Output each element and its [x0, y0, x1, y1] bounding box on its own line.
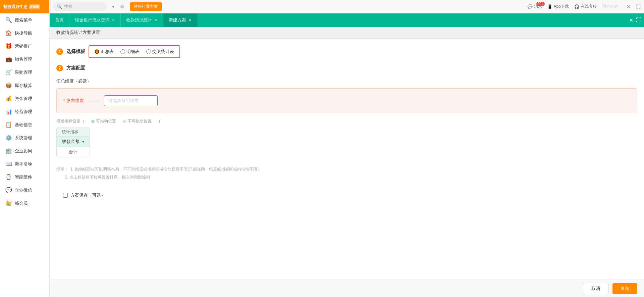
tab-close-all-icon[interactable]: ✕: [629, 17, 633, 23]
tab-fullscreen-icon[interactable]: ⛶: [636, 17, 641, 23]
topbar-expand-icon[interactable]: ⛶: [636, 4, 641, 9]
radio-summary-input[interactable]: [95, 49, 99, 54]
radio-detail-input[interactable]: [120, 49, 125, 54]
tab-new-plan[interactable]: 新建方案 ✕: [163, 13, 197, 27]
non-draggable-indicator: 不可拖动位置: [123, 118, 152, 124]
tips-area: 提示： 1. 拖动标题栏可以调整布局，不可跨维度或指标区域拖动栏目字段(只能在同…: [56, 165, 637, 181]
sidebar-item-label: 企业协同: [15, 148, 32, 154]
metrics-dropdown-icon[interactable]: ▾: [82, 139, 84, 144]
metrics-label-row: 模板指标设定（ 可拖动位置 不可拖动位置 ）: [56, 118, 637, 124]
main-area: 🔍 搜索 ▾ ⚙ 体验行业方案 💬 消息 99+ 📱 App下载 🎧 在线客服 …: [50, 0, 644, 297]
topbar-right: 💬 消息 99+ 📱 App下载 🎧 在线客服 用户名称 ✕ ⛶: [528, 3, 641, 10]
tab-collection-stats-close-icon[interactable]: ✕: [154, 18, 158, 22]
search-placeholder: 搜索: [64, 4, 72, 9]
cancel-button[interactable]: 取消: [583, 283, 608, 294]
page-title: 收款情况统计方案设置: [56, 30, 100, 35]
operations-icon: 📊: [5, 108, 12, 115]
messages-icon-item[interactable]: 💬 消息 99+: [528, 4, 542, 9]
tab-collection-stats-label: 收款情况统计: [126, 17, 152, 23]
footer-save: 方案保存（可选）: [56, 188, 637, 202]
tab-collection-stats[interactable]: 收款情况统计 ✕: [121, 13, 163, 27]
app-logo: 畅捷通好生意 标准版: [0, 0, 49, 13]
message-icon: 💬: [528, 4, 533, 9]
topbar-close-icon[interactable]: ✕: [626, 3, 631, 10]
tab-bank-flow-label: 现金银行流水查询: [75, 17, 110, 23]
sidebar-item-label: 新手引导: [15, 161, 32, 167]
section-template: 1 选择模板 汇总表 明细表 交叉统计表: [56, 45, 637, 58]
topbar-gear-icon[interactable]: ⚙: [120, 3, 124, 10]
download-icon: 📱: [547, 4, 552, 9]
topbar-search-box[interactable]: 🔍 搜索: [53, 2, 107, 11]
tab-home[interactable]: 首页: [50, 13, 69, 27]
dimension-row: * 纵向维度 —— 请选择分组维度: [63, 95, 630, 106]
search-icon: 🔍: [57, 4, 62, 9]
tab-home-label: 首页: [55, 17, 64, 23]
sidebar-item-label: 采购管理: [15, 69, 32, 76]
tip-item-2: 2. 点击标题栏下拉可设置排序、插入列和删除列: [56, 173, 637, 181]
tab-bank-flow-close-icon[interactable]: ✕: [112, 18, 115, 22]
online-support-item[interactable]: 🎧 在线客服: [574, 4, 597, 9]
tab-bank-flow[interactable]: 现金银行流水查询 ✕: [69, 13, 121, 27]
dimension-input[interactable]: 请选择分组维度: [104, 95, 158, 106]
topbar-dropdown-icon[interactable]: ▾: [112, 4, 114, 9]
metrics-table: 统计指标 收款金额 ▾ 合计: [56, 128, 90, 157]
hardware-icon: ⌚: [5, 174, 12, 180]
sidebar-item-search-menu[interactable]: 🔍 搜索菜单: [0, 13, 49, 27]
sidebar-item-finance[interactable]: 💰 资金管理: [0, 92, 49, 105]
sidebar-item-marketing[interactable]: 🎁 营销推广: [0, 40, 49, 53]
tip-item-1: 提示： 1. 拖动标题栏可以调整布局，不可跨维度或指标区域拖动栏目字段(只能在同…: [56, 165, 637, 173]
section1-num: 1: [56, 48, 63, 55]
radio-crosstab-table[interactable]: 交叉统计表: [146, 49, 174, 55]
sidebar-item-basic-info[interactable]: 📋 基础信息: [0, 118, 49, 131]
sidebar: 畅捷通好生意 标准版 🔍 搜索菜单 🏠 快捷导航 🎁 营销推广 💼 销售管理 🛒…: [0, 0, 50, 297]
metrics-section: 模板指标设定（ 可拖动位置 不可拖动位置 ） 统计指标: [56, 118, 637, 158]
sidebar-item-system[interactable]: ⚙️ 系统管理: [0, 131, 49, 144]
sidebar-item-label: 系统管理: [15, 135, 32, 141]
online-support-label: 在线客服: [581, 4, 597, 9]
search-icon: 🔍: [5, 17, 12, 23]
sidebar-item-operations[interactable]: 📊 经营管理: [0, 105, 49, 118]
draggable-dot: [91, 120, 95, 123]
summary-dimension-title: 汇总维度（必选）: [56, 78, 637, 84]
tab-new-plan-label: 新建方案: [169, 17, 186, 23]
sidebar-item-quick-nav[interactable]: 🏠 快捷导航: [0, 27, 49, 40]
sidebar-item-label: 畅会员: [15, 200, 28, 206]
vip-icon: 👑: [5, 200, 12, 206]
draggable-indicator: 可拖动位置: [91, 118, 116, 124]
sidebar-item-vip[interactable]: 👑 畅会员: [0, 197, 49, 210]
sidebar-item-label: 快捷导航: [15, 30, 32, 36]
radio-detail-table[interactable]: 明细表: [120, 49, 140, 55]
draggable-label: 可拖动位置: [96, 118, 116, 124]
section2-num: 2: [56, 65, 63, 71]
dimension-box: * 纵向维度 —— 请选择分组维度: [56, 88, 637, 113]
sidebar-item-label: 搜索菜单: [15, 17, 32, 23]
radio-crosstab-input[interactable]: [146, 49, 151, 54]
radio-summary-table[interactable]: 汇总表: [95, 49, 114, 55]
sidebar-item-label: 企业微信: [15, 187, 32, 193]
industry-solution-button[interactable]: 体验行业方案: [130, 2, 162, 11]
sidebar-item-smart-hardware[interactable]: ⌚ 智能硬件: [0, 170, 49, 184]
content-area: 收款情况统计方案设置 1 选择模板 汇总表 明细表: [50, 27, 644, 297]
sidebar-item-label: 库存核算: [15, 83, 32, 89]
sidebar-item-purchase[interactable]: 🛒 采购管理: [0, 66, 49, 79]
wechat-icon: 💬: [5, 187, 12, 193]
sidebar-item-enterprise-collab[interactable]: 🏢 企业协同: [0, 144, 49, 157]
save-plan-checkbox[interactable]: [63, 193, 68, 198]
guide-icon: 📖: [5, 161, 12, 167]
sidebar-item-label: 资金管理: [15, 96, 32, 102]
home-icon: 🏠: [5, 30, 12, 36]
sidebar-item-enterprise-wechat[interactable]: 💬 企业微信: [0, 184, 49, 197]
app-download-item[interactable]: 📱 App下载: [547, 4, 569, 9]
gift-icon: 🎁: [5, 43, 12, 49]
query-button[interactable]: 查询: [612, 283, 637, 294]
tip-prefix: 提示：: [56, 165, 68, 173]
sidebar-item-inventory[interactable]: 📦 库存核算: [0, 79, 49, 92]
section-config: 2 方案配置 汇总维度（必选） * 纵向维度 —— 请选择分组维度: [56, 65, 637, 181]
metrics-column-header[interactable]: 收款金额 ▾: [57, 137, 90, 147]
metrics-column-label: 收款金额: [62, 139, 79, 145]
sidebar-item-sales[interactable]: 💼 销售管理: [0, 53, 49, 66]
radio-detail-label: 明细表: [126, 49, 140, 55]
tab-new-plan-close-icon[interactable]: ✕: [188, 18, 192, 22]
sales-icon: 💼: [5, 56, 12, 62]
sidebar-item-beginner-guide[interactable]: 📖 新手引导: [0, 157, 49, 170]
